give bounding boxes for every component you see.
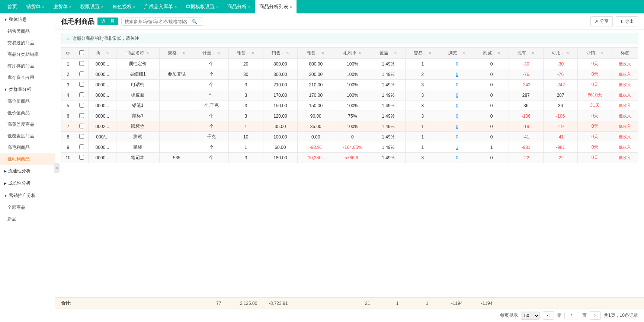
search-icon[interactable]: 🔍 — [192, 19, 197, 24]
close-tab-icon[interactable]: × — [290, 5, 292, 9]
close-tab-icon[interactable]: × — [69, 5, 71, 9]
nav-item-商品分析[interactable]: 商品分析× — [223, 0, 255, 13]
nav-item-销货单[interactable]: 销货单× — [22, 0, 49, 13]
tag-badge: 低收入 — [619, 72, 631, 76]
sidebar-item-高覆盖度商品[interactable]: 高覆盖度商品 — [0, 119, 55, 130]
filter-month-btn[interactable]: 近一月 — [97, 17, 118, 25]
nav-item-单据模板设置[interactable]: 单据模板设置× — [181, 0, 223, 13]
row-checkbox[interactable] — [75, 69, 88, 80]
settings-icon[interactable]: ⚙ — [66, 51, 70, 56]
sidebar-item-全部商品[interactable]: 全部商品 — [0, 202, 55, 213]
row-spec: 参加复试 — [159, 69, 194, 80]
th-settings[interactable]: ⚙ — [61, 48, 75, 59]
nav-item-进货单[interactable]: 进货单× — [49, 0, 76, 13]
tag-badge: 低收入 — [619, 103, 631, 108]
nav-item-首页[interactable]: 首页 — [3, 0, 22, 13]
row-select-checkbox[interactable] — [79, 134, 84, 139]
sidebar-item-新品[interactable]: 新品 — [0, 213, 55, 225]
row-browse2: 0 — [474, 111, 509, 121]
footer-trade: 21 — [353, 301, 382, 306]
row-tag: 低收入 — [612, 121, 638, 132]
row-checkbox[interactable] — [75, 142, 88, 153]
row-select-checkbox[interactable] — [79, 113, 84, 118]
row-browse1[interactable]: 0 — [440, 101, 474, 111]
row-stock-current: -41 — [509, 132, 543, 142]
row-select-checkbox[interactable] — [79, 92, 84, 97]
row-checkbox[interactable] — [75, 90, 88, 101]
prev-page-btn[interactable]: ＜ — [543, 311, 554, 320]
row-select-checkbox[interactable] — [79, 82, 84, 87]
row-select-checkbox[interactable] — [79, 124, 84, 128]
sidebar-item-销售类商品[interactable]: 销售类商品 — [0, 26, 55, 37]
nav-item-产成品入库单[interactable]: 产成品入库单× — [140, 0, 181, 13]
page-size-select[interactable]: 50 100 200 — [521, 312, 540, 320]
page-number-input[interactable] — [564, 312, 579, 319]
sidebar-item-低覆盖度商品[interactable]: 低覆盖度商品 — [0, 130, 55, 142]
th-sales-qty: 销售... ⇅ — [228, 48, 263, 59]
close-tab-icon[interactable]: × — [174, 5, 177, 9]
row-sales-profit: 35.00 — [298, 121, 334, 132]
sidebar-item-高毛利商品[interactable]: 高毛利商品 — [0, 142, 55, 153]
row-browse1[interactable]: 0 — [440, 59, 474, 69]
row-checkbox[interactable] — [75, 121, 88, 132]
row-tag: 低收入 — [612, 111, 638, 121]
row-browse1[interactable]: 0 — [440, 121, 474, 132]
row-checkbox[interactable] — [75, 80, 88, 90]
row-checkbox[interactable] — [75, 101, 88, 111]
row-stock-current: -106 — [509, 111, 543, 121]
th-unit: 计量... ⇅ — [194, 48, 229, 59]
row-spec — [159, 80, 194, 90]
row-browse1[interactable]: 0 — [440, 132, 474, 142]
nav-item-权限设置[interactable]: 权限设置× — [76, 0, 108, 13]
sidebar-item-商品分类助销率[interactable]: 商品分类助销率 — [0, 49, 55, 60]
sidebar-item-有库存的商品[interactable]: 有库存的商品 — [0, 60, 55, 72]
row-sales-price: 170.00 — [263, 90, 298, 101]
nav-item-商品分析列表[interactable]: 商品分析列表× — [255, 0, 297, 13]
export-btn[interactable]: ⬇ 导出 — [616, 16, 638, 26]
row-browse1[interactable]: 0 — [440, 153, 474, 163]
sidebar-item-交易过的商品[interactable]: 交易过的商品 — [0, 37, 55, 49]
close-tab-icon[interactable]: × — [133, 5, 135, 9]
sidebar-group-成长性分析[interactable]: ▶ 成长性分析 — [0, 177, 55, 189]
sidebar-group-流通性分析[interactable]: ▶ 流通性分析 — [0, 165, 55, 177]
row-checkbox[interactable] — [75, 153, 88, 163]
row-checkbox[interactable] — [75, 132, 88, 142]
row-coverage: 1.49% — [371, 153, 406, 163]
row-checkbox[interactable] — [75, 111, 88, 121]
sidebar-group-营销推广分析[interactable]: ▼ 营销推广分析 — [0, 189, 55, 202]
sidebar-item-低毛利商品[interactable]: 低毛利商品 — [0, 153, 55, 165]
sidebar-group-整体信息[interactable]: ▼ 整体信息 — [0, 13, 55, 26]
sidebar-group-类群量分析[interactable]: ▼ 类群量分析 — [0, 83, 55, 96]
row-stock-sale: 0天 — [578, 111, 612, 121]
row-spec: 535 — [159, 153, 194, 163]
row-sales-profit: -98.91 — [298, 142, 334, 153]
row-checkbox[interactable] — [75, 59, 88, 69]
row-browse1[interactable]: 0 — [440, 90, 474, 101]
sidebar-item-低价值商品[interactable]: 低价值商品 — [0, 107, 55, 119]
row-browse1[interactable]: 1 — [440, 142, 474, 153]
next-page-btn[interactable]: ＞ — [590, 311, 601, 320]
tag-badge: 低收入 — [619, 61, 631, 66]
row-select-checkbox[interactable] — [79, 144, 84, 149]
nav-item-角色授权[interactable]: 角色授权× — [108, 0, 140, 13]
search-input[interactable] — [125, 19, 192, 24]
close-tab-icon[interactable]: × — [101, 5, 103, 9]
row-coverage: 1.49% — [371, 59, 406, 69]
row-browse1[interactable]: 0 — [440, 69, 474, 80]
row-browse1[interactable]: 0 — [440, 111, 474, 121]
row-gross-rate: 100% — [334, 101, 371, 111]
close-tab-icon[interactable]: × — [216, 5, 218, 9]
share-btn[interactable]: ↗ 分享 — [590, 16, 613, 26]
sidebar-item-高价值商品[interactable]: 高价值商品 — [0, 96, 55, 107]
close-tab-icon[interactable]: × — [42, 5, 44, 9]
select-all-checkbox[interactable] — [79, 50, 84, 55]
sidebar-collapse-btn[interactable]: « — [54, 163, 60, 173]
row-browse1[interactable]: 0 — [440, 80, 474, 90]
row-select-checkbox[interactable] — [79, 61, 84, 66]
row-select-checkbox[interactable] — [79, 103, 84, 108]
row-stock-current: 287 — [509, 90, 543, 101]
row-select-checkbox[interactable] — [79, 71, 84, 76]
row-select-checkbox[interactable] — [79, 155, 84, 160]
close-tab-icon[interactable]: × — [248, 5, 250, 9]
sidebar-item-库存资金占用[interactable]: 库存资金占用 — [0, 72, 55, 83]
